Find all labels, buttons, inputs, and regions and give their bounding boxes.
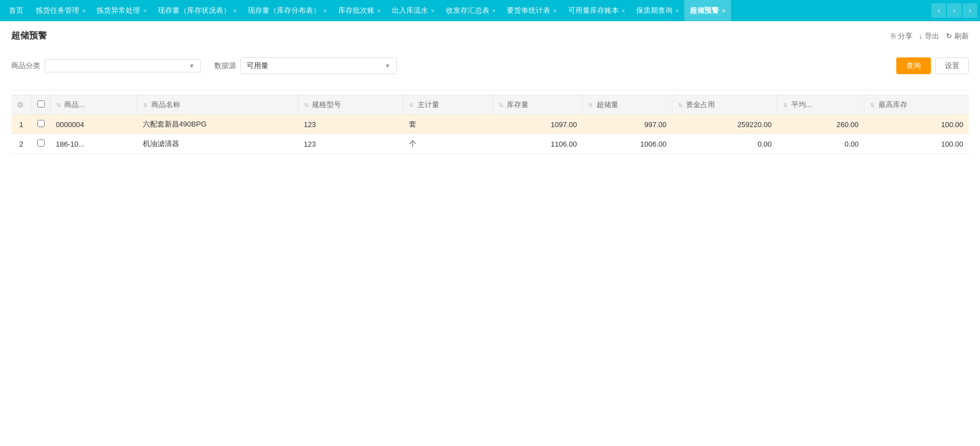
row-spec: 123 [298, 115, 403, 134]
sort-icon: ⇅ [56, 102, 61, 108]
gear-icon[interactable]: ⚙ [17, 100, 24, 109]
column-spec[interactable]: ⇅ 规格型号 [298, 95, 403, 115]
tab-close-1[interactable]: × [143, 7, 146, 14]
sort-icon-3: ⇅ [304, 102, 309, 108]
row-unit: 套 [403, 115, 493, 134]
row-spec: 123 [298, 134, 403, 154]
column-unit[interactable]: ⇅ 主计量 [403, 95, 493, 115]
row-checkbox-cell [31, 134, 50, 154]
datasource-select[interactable]: 可用量 ▼ [241, 57, 397, 74]
page-content: 超储预警 ⎘ 分享 ↓ 导出 ↻ 刷新 商品分类 ▼ 数据源 [0, 21, 980, 446]
column-avg[interactable]: ⇅ 平均... [777, 95, 864, 115]
nav-arrows: ‹ › › [931, 3, 978, 18]
column-checkbox [31, 95, 50, 115]
sort-icon-5: ⇅ [499, 102, 503, 108]
nav-tab-7[interactable]: 要货单统计表 × [501, 0, 562, 21]
tab-close-4[interactable]: × [377, 7, 381, 14]
column-settings[interactable]: ⚙ [11, 95, 31, 115]
column-stock[interactable]: ⇅ 库存量 [493, 95, 582, 115]
row-stock: 1106.00 [493, 134, 582, 154]
row-over-stock: 997.00 [583, 115, 672, 134]
nav-tab-2[interactable]: 现存量（库存状况表） × [152, 0, 242, 21]
page-header: 超储预警 ⎘ 分享 ↓ 导出 ↻ 刷新 [11, 30, 969, 42]
datasource-label: 数据源 [214, 61, 236, 71]
row-over-stock: 1006.00 [583, 134, 672, 154]
row-code: 186-10... [50, 134, 137, 154]
nav-tab-4[interactable]: 库存批次账 × [333, 0, 386, 21]
row-max-stock: 100.00 [864, 115, 969, 134]
select-all-checkbox[interactable] [37, 100, 45, 108]
row-index: 2 [11, 134, 31, 154]
nav-next-button[interactable]: › [947, 3, 962, 18]
row-code: 0000004 [50, 115, 137, 134]
table-header-row: ⚙ ⇅ 商品... ⇅ 商品名称 ⇅ 规格型号 ⇅ [11, 95, 969, 115]
datasource-filter: 数据源 可用量 ▼ [214, 57, 397, 74]
column-over-stock[interactable]: ⇅ 超储量 [583, 95, 672, 115]
row-checkbox-cell [31, 115, 50, 134]
export-icon: ↓ [919, 32, 923, 40]
sort-icon-4: ⇅ [409, 102, 414, 108]
row-unit: 个 [403, 134, 493, 154]
row-capital: 259220.00 [672, 115, 777, 134]
nav-tab-9[interactable]: 保质期查询 × [631, 0, 684, 21]
category-select[interactable]: ▼ [45, 59, 201, 72]
table-row: 1 0000004 六配套新昌490BPG 123 套 1097.00 997.… [11, 115, 969, 134]
query-button[interactable]: 查询 [896, 57, 931, 74]
column-code[interactable]: ⇅ 商品... [50, 95, 137, 115]
tab-close-9[interactable]: × [675, 7, 679, 14]
nav-home[interactable]: 首页 [2, 0, 30, 21]
column-capital[interactable]: ⇅ 资金占用 [672, 95, 777, 115]
column-max-stock[interactable]: ⇅ 最高库存 [864, 95, 969, 115]
sort-icon-2: ⇅ [143, 102, 147, 108]
nav-tab-10[interactable]: 超储预警 × [684, 0, 731, 21]
row-stock: 1097.00 [493, 115, 582, 134]
top-navigation: 首页 拣货任务管理 × 拣货异常处理 × 现存量（库存状况表） × 现存量（库存… [0, 0, 980, 21]
data-table: ⚙ ⇅ 商品... ⇅ 商品名称 ⇅ 规格型号 ⇅ [11, 95, 969, 154]
share-button[interactable]: ⎘ 分享 [891, 31, 912, 41]
sort-icon-7: ⇅ [678, 102, 683, 108]
tab-close-2[interactable]: × [233, 7, 237, 14]
tab-close-0[interactable]: × [82, 7, 85, 14]
category-label: 商品分类 [11, 61, 40, 71]
column-name[interactable]: ⇅ 商品名称 [137, 95, 299, 115]
row-max-stock: 100.00 [864, 134, 969, 154]
tab-close-8[interactable]: × [622, 7, 625, 14]
chevron-down-icon: ▼ [189, 62, 195, 69]
refresh-button[interactable]: ↻ 刷新 [946, 31, 969, 41]
refresh-icon: ↻ [946, 32, 952, 40]
nav-tab-1[interactable]: 拣货异常处理 × [91, 0, 152, 21]
row-name: 机油滤清器 [137, 134, 299, 154]
tab-close-7[interactable]: × [553, 7, 556, 14]
filter-row: 商品分类 ▼ 数据源 可用量 ▼ 查询 设置 [11, 51, 969, 81]
table-row: 2 186-10... 机油滤清器 123 个 1106.00 1006.00 … [11, 134, 969, 154]
sort-icon-8: ⇅ [783, 102, 787, 108]
nav-tab-0[interactable]: 拣货任务管理 × [30, 0, 91, 21]
nav-tab-8[interactable]: 可用量库存账本 × [563, 0, 631, 21]
nav-more-button[interactable]: › [963, 3, 977, 18]
export-button[interactable]: ↓ 导出 [919, 31, 940, 41]
action-buttons: 查询 设置 [896, 57, 969, 74]
tab-close-5[interactable]: × [431, 7, 434, 14]
table-body: 1 0000004 六配套新昌490BPG 123 套 1097.00 997.… [11, 115, 969, 154]
row-capital: 0.00 [672, 134, 777, 154]
page-title: 超储预警 [11, 30, 47, 42]
sort-icon-9: ⇅ [870, 102, 875, 108]
share-icon: ⎘ [891, 32, 896, 40]
row-avg: 260.00 [777, 115, 864, 134]
sort-icon-6: ⇅ [588, 102, 593, 108]
header-actions: ⎘ 分享 ↓ 导出 ↻ 刷新 [891, 31, 969, 41]
settings-button[interactable]: 设置 [935, 57, 969, 74]
row-name: 六配套新昌490BPG [137, 115, 299, 134]
filter-divider [11, 90, 969, 90]
tab-close-3[interactable]: × [323, 7, 326, 14]
row-checkbox[interactable] [37, 120, 45, 127]
category-filter: 商品分类 ▼ [11, 59, 201, 72]
tab-close-10[interactable]: × [722, 7, 725, 14]
nav-tab-3[interactable]: 现存量（库存分布表） × [242, 0, 332, 21]
row-checkbox[interactable] [37, 139, 45, 147]
row-avg: 0.00 [777, 134, 864, 154]
tab-close-6[interactable]: × [492, 7, 496, 14]
nav-tab-5[interactable]: 出入库流水 × [386, 0, 440, 21]
nav-tab-6[interactable]: 收发存汇总表 × [440, 0, 501, 21]
nav-prev-button[interactable]: ‹ [931, 3, 946, 18]
